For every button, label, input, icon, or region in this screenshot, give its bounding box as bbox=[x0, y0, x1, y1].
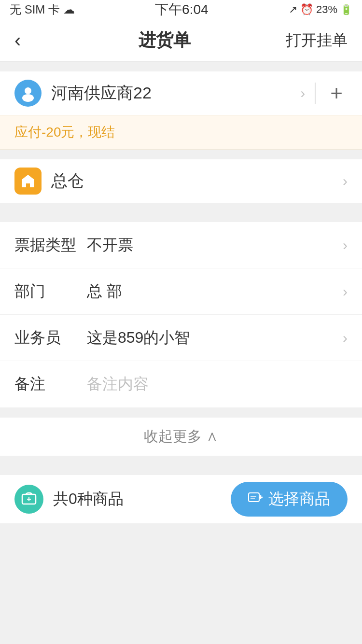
invoice-type-chevron-icon: › bbox=[343, 237, 348, 253]
page-title: 进货单 bbox=[139, 28, 191, 52]
house-icon bbox=[20, 173, 36, 189]
supplier-section: 河南供应商22 › + 应付-20元，现结 bbox=[0, 71, 362, 150]
svg-rect-5 bbox=[249, 493, 259, 502]
page-background bbox=[0, 523, 362, 644]
warehouse-name: 总仓 bbox=[51, 170, 343, 192]
supplier-row[interactable]: 河南供应商22 › + bbox=[0, 71, 362, 115]
remark-label: 备注 bbox=[14, 374, 82, 395]
bottom-gap bbox=[0, 456, 362, 465]
location-icon: ↗ bbox=[289, 3, 297, 16]
signal-text: 无 SIM 卡 ☁ bbox=[10, 2, 75, 17]
person-icon bbox=[19, 84, 37, 102]
open-pending-button[interactable]: 打开挂单 bbox=[286, 30, 348, 51]
select-product-label: 选择商品 bbox=[268, 489, 330, 510]
warehouse-section: 总仓 › bbox=[0, 159, 362, 203]
collapse-button[interactable]: 收起更多 ∧ bbox=[0, 417, 362, 456]
department-row[interactable]: 部门 总 部 › bbox=[0, 268, 362, 315]
svg-point-0 bbox=[25, 87, 31, 94]
salesperson-chevron-icon: › bbox=[343, 330, 348, 346]
avatar bbox=[14, 80, 42, 107]
warehouse-chevron-icon: › bbox=[343, 173, 348, 189]
status-bar: 无 SIM 卡 ☁ 下午6:04 ↗ ⏰ 23% 🔋 bbox=[0, 0, 362, 19]
supplier-name: 河南供应商22 bbox=[51, 82, 300, 104]
status-time: 下午6:04 bbox=[155, 0, 209, 19]
mid-gap1 bbox=[0, 150, 362, 159]
remark-input[interactable]: 备注内容 bbox=[82, 374, 348, 395]
salesperson-value: 这是859的小智 bbox=[82, 327, 343, 349]
invoice-type-value: 不开票 bbox=[82, 235, 343, 256]
bottom-bar: 共0种商品 选择商品 bbox=[0, 475, 362, 523]
product-icon-wrap bbox=[14, 485, 43, 514]
warehouse-icon bbox=[14, 168, 42, 195]
battery-icon: 🔋 bbox=[340, 4, 352, 15]
status-right: ↗ ⏰ 23% 🔋 bbox=[289, 3, 352, 16]
select-product-button[interactable]: 选择商品 bbox=[231, 482, 348, 517]
mid-gap2 bbox=[0, 203, 362, 212]
select-product-icon bbox=[248, 492, 264, 506]
add-supplier-button[interactable]: + bbox=[325, 81, 348, 105]
department-chevron-icon: › bbox=[343, 283, 348, 300]
form-section: 票据类型 不开票 › 部门 总 部 › 业务员 这是859的小智 › 备注 备注… bbox=[0, 222, 362, 407]
warehouse-row[interactable]: 总仓 › bbox=[0, 159, 362, 203]
back-button[interactable]: ‹ bbox=[14, 29, 43, 51]
remark-row[interactable]: 备注 备注内容 bbox=[0, 361, 362, 407]
department-value: 总 部 bbox=[82, 281, 343, 302]
supplier-divider bbox=[315, 83, 316, 104]
product-count: 共0种商品 bbox=[53, 489, 231, 510]
cart-icon bbox=[20, 490, 38, 508]
supplier-chevron-icon: › bbox=[300, 85, 305, 101]
nav-bar: ‹ 进货单 打开挂单 bbox=[0, 19, 362, 62]
notice-banner: 应付-20元，现结 bbox=[0, 115, 362, 150]
top-gap bbox=[0, 62, 362, 71]
invoice-type-row[interactable]: 票据类型 不开票 › bbox=[0, 222, 362, 268]
svg-point-1 bbox=[22, 94, 34, 102]
department-label: 部门 bbox=[14, 281, 82, 302]
status-left: 无 SIM 卡 ☁ bbox=[10, 2, 75, 17]
battery-text: 23% bbox=[316, 3, 337, 16]
salesperson-row[interactable]: 业务员 这是859的小智 › bbox=[0, 315, 362, 361]
invoice-type-label: 票据类型 bbox=[14, 235, 82, 256]
salesperson-label: 业务员 bbox=[14, 327, 82, 349]
alarm-icon: ⏰ bbox=[300, 3, 313, 16]
